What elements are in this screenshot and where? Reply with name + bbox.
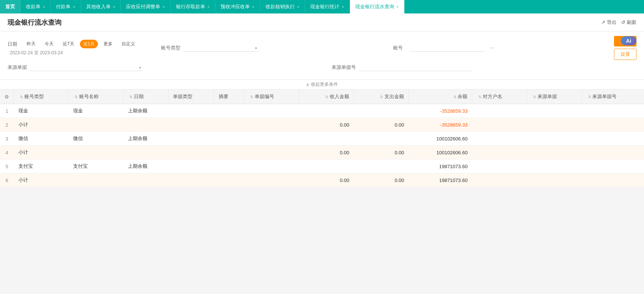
sort-icon: ⇅ [478,95,481,99]
date-label: 日期 [8,41,21,48]
th-date[interactable]: ⇅ 日期 [123,90,168,104]
nav-adjust[interactable]: 应收应付调整单 × [121,0,170,13]
th-source-doc[interactable]: ⇅ 来源单据 [527,90,582,104]
close-icon[interactable]: × [252,4,254,9]
sort-icon: ⇅ [20,95,23,99]
close-icon[interactable]: × [73,4,75,9]
date-week[interactable]: 近7天 [59,40,78,48]
account-input[interactable] [410,44,485,52]
close-icon[interactable]: × [162,4,165,9]
table-row[interactable]: 1现金现金上期余额-3528659.33 [0,104,644,118]
filter-row-2: 来源单据 ▾ 来源单据号 [8,64,636,71]
th-doc-no[interactable]: ⇅ 单据编号 [244,90,299,104]
header-actions: ↗ 导出 ↺ 刷新 [601,19,636,26]
nav-home[interactable]: 首页 [0,0,21,13]
date-month[interactable]: 近1月 [80,40,98,48]
sort-icon: ⇅ [533,95,536,99]
sort-icon: ⇅ [75,95,78,99]
date-yesterday[interactable]: 昨天 [23,40,39,48]
table-row[interactable]: 2小计0.000.00-3528659.33 [0,118,644,132]
close-icon[interactable]: × [297,4,299,9]
nav-bank-deposit[interactable]: 银行存取款单 × [171,0,215,13]
date-more[interactable]: 更多 [100,40,116,48]
sort-icon: ⇅ [250,95,253,99]
th-doc-type: 单据类型 [168,90,214,104]
account-type-label: 账号类型 [161,45,180,51]
filter-row-1: 日期 昨天 今天 近7天 近1月 更多 自定义 2023-02-24 至 202… [8,36,636,60]
refresh-icon: ↺ [621,19,625,25]
collapse-bar[interactable]: ∧ 收起更多条件 [0,80,644,90]
th-source-doc-no[interactable]: ⇅ 来源单据号 [582,90,644,104]
filter-area: 日期 昨天 今天 近7天 近1月 更多 自定义 2023-02-24 至 202… [0,31,644,80]
th-income[interactable]: ⇅ 收入金额 [299,90,354,104]
date-today[interactable]: 今天 [41,40,57,48]
source-doc-no-input[interactable] [359,64,471,71]
source-doc-select[interactable] [30,64,143,71]
nav-collection[interactable]: 收款核销执行 × [260,0,305,13]
sort-icon: ⇅ [129,95,132,99]
close-icon[interactable]: × [113,4,115,9]
data-table: ⚙ ⇅ 账号类型 ⇅ 账号名称 ⇅ 日期 单据类型 摘要 ⇅ 单据编号 [0,90,644,187]
refresh-button[interactable]: ↺ 刷新 [621,19,636,26]
th-expense[interactable]: ⇅ 支出金额 [354,90,408,104]
source-doc-group: 来源单据 ▾ [8,64,313,71]
sort-icon: ⇅ [325,95,328,99]
date-range: 2023-02-24 至 2023-03-24 [10,50,63,55]
account-type-select-wrapper: ▾ [183,44,258,52]
close-icon[interactable]: × [396,4,399,9]
top-nav: 首页 收款单 × 付款单 × 其他收入单 × 应收应付调整单 × 银行存取款单 … [0,0,644,13]
account-type-group: 账号类型 ▾ [161,44,374,52]
th-settings[interactable]: ⚙ [0,90,14,104]
table-body: 1现金现金上期余额-3528659.332小计0.000.00-3528659.… [0,104,644,187]
close-icon[interactable]: × [342,4,344,9]
table-row[interactable]: 4小计0.000.00100102606.60 [0,146,644,160]
close-icon[interactable]: × [207,4,210,9]
account-group: 账号 ··· [393,44,606,52]
date-options: 昨天 今天 近7天 近1月 更多 自定义 [23,40,138,48]
th-summary: 摘要 [214,90,244,104]
settings-button[interactable]: 设置 [614,49,636,60]
nav-other-income[interactable]: 其他收入单 × [81,0,121,13]
nav-bank-stats[interactable]: 现金银行统计 × [305,0,350,13]
sort-icon: ⇅ [380,95,383,99]
nav-bank-flow[interactable]: 现金银行流水查询 × [350,0,404,13]
dots-button[interactable]: ··· [489,45,494,51]
table-row[interactable]: 5支付宝支付宝上期余额19871073.60 [0,160,644,173]
nav-advance[interactable]: 预收冲应收单 × [215,0,260,13]
source-doc-select-wrapper: ▾ [30,64,143,71]
table-header-row: ⚙ ⇅ 账号类型 ⇅ 账号名称 ⇅ 日期 单据类型 摘要 ⇅ 单据编号 [0,90,644,104]
table-area: ⚙ ⇅ 账号类型 ⇅ 账号名称 ⇅ 日期 单据类型 摘要 ⇅ 单据编号 [0,90,644,187]
account-label: 账号 [393,45,407,51]
close-icon[interactable]: × [43,4,45,9]
th-balance[interactable]: ⇅ 余额 [409,90,472,104]
export-button[interactable]: ↗ 导出 [601,19,617,26]
date-custom[interactable]: 自定义 [118,40,138,48]
page-title: 现金银行流水查询 [8,18,62,27]
source-doc-no-label: 来源单据号 [332,64,356,71]
chevron-up-icon: ∧ [306,82,309,87]
sort-icon: ⇅ [588,95,591,99]
table-row[interactable]: 6小计0.000.0019871073.60 [0,173,644,187]
nav-receipt[interactable]: 收款单 × [21,0,51,13]
page-header: 现金银行流水查询 ↗ 导出 ↺ 刷新 [0,13,644,31]
export-icon: ↗ [601,19,605,25]
nav-payment[interactable]: 付款单 × [51,0,81,13]
source-doc-no-group: 来源单据号 [332,64,637,71]
th-account-type[interactable]: ⇅ 账号类型 [14,90,69,104]
th-account-name[interactable]: ⇅ 账号名称 [69,90,123,104]
account-type-select[interactable] [183,44,258,52]
sort-icon: ⇅ [453,95,456,99]
source-doc-label: 来源单据 [8,64,27,71]
table-row[interactable]: 3微信微信上期余额100102606.60 [0,132,644,146]
th-counterparty[interactable]: ⇅ 对方户名 [472,90,527,104]
ai-badge[interactable]: Ai [621,36,636,45]
